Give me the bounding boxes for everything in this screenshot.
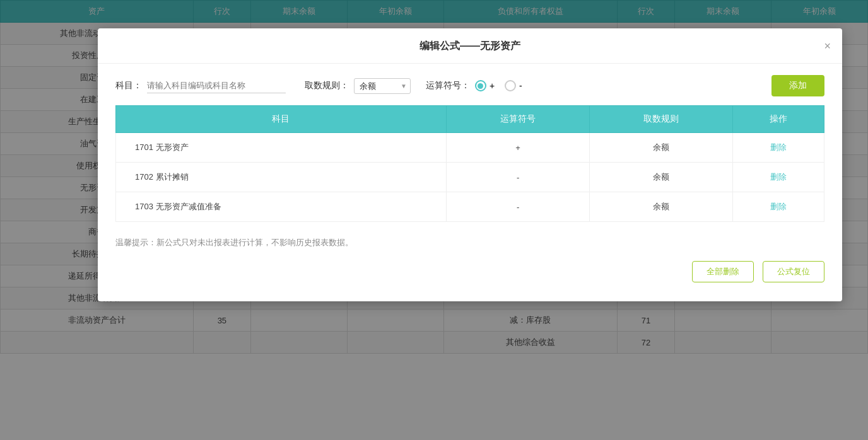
reset-formula-button[interactable]: 公式复位 bbox=[763, 261, 824, 282]
cell-operator: - bbox=[446, 192, 589, 222]
radio-group: + - bbox=[475, 80, 522, 91]
add-button[interactable]: 添加 bbox=[771, 75, 824, 96]
operator-group: 运算符号： + - bbox=[426, 80, 522, 91]
warning-text: 温馨提示：新公式只对未出报表进行计算，不影响历史报表数据。 bbox=[98, 222, 842, 255]
formula-table: 科目 运算符号 取数规则 操作 1701 无形资产+余额删除1702 累计摊销-… bbox=[115, 105, 824, 222]
cell-rule: 余额 bbox=[590, 192, 733, 222]
cell-rule: 余额 bbox=[590, 133, 733, 163]
modal-header: 编辑公式——无形资产 × bbox=[98, 28, 842, 64]
modal-title: 编辑公式——无形资产 bbox=[419, 40, 520, 53]
operator-label: 运算符号： bbox=[426, 80, 470, 91]
radio-plus-circle bbox=[475, 80, 486, 91]
delete-link[interactable]: 删除 bbox=[770, 172, 787, 182]
cell-operator: - bbox=[446, 163, 589, 192]
cell-action: 删除 bbox=[733, 192, 824, 222]
table-row: 1703 无形资产减值准备-余额删除 bbox=[116, 192, 824, 222]
cell-action: 删除 bbox=[733, 163, 824, 192]
cell-subject: 1703 无形资产减值准备 bbox=[116, 192, 447, 222]
th-operator: 运算符号 bbox=[446, 106, 589, 133]
th-subject: 科目 bbox=[116, 106, 447, 133]
cell-subject: 1701 无形资产 bbox=[116, 133, 447, 163]
cell-rule: 余额 bbox=[590, 163, 733, 192]
form-row: 科目： 取数规则： 余额 借方 贷方 借方发生额 贷方发生额 ▼ 运算符号： bbox=[98, 64, 842, 105]
modal-footer: 全部删除 公式复位 bbox=[98, 255, 842, 282]
edit-formula-modal: 编辑公式——无形资产 × 科目： 取数规则： 余额 借方 贷方 借方发生额 贷方… bbox=[98, 28, 842, 301]
delete-link[interactable]: 删除 bbox=[770, 142, 787, 152]
th-rule: 取数规则 bbox=[590, 106, 733, 133]
radio-minus-label: - bbox=[519, 81, 522, 91]
th-action: 操作 bbox=[733, 106, 824, 133]
table-row: 1702 累计摊销-余额删除 bbox=[116, 163, 824, 192]
rule-select[interactable]: 余额 借方 贷方 借方发生额 贷方发生额 bbox=[354, 78, 411, 94]
rule-select-wrap: 余额 借方 贷方 借方发生额 贷方发生额 ▼ bbox=[354, 78, 407, 94]
subject-input[interactable] bbox=[147, 78, 286, 93]
table-row: 1701 无形资产+余额删除 bbox=[116, 133, 824, 163]
radio-plus[interactable]: + bbox=[475, 80, 495, 91]
cell-action: 删除 bbox=[733, 133, 824, 163]
data-table-wrap: 科目 运算符号 取数规则 操作 1701 无形资产+余额删除1702 累计摊销-… bbox=[115, 105, 824, 222]
radio-minus-circle bbox=[505, 80, 516, 91]
delete-all-button[interactable]: 全部删除 bbox=[692, 261, 754, 282]
modal-close-button[interactable]: × bbox=[824, 40, 831, 52]
radio-plus-label: + bbox=[490, 81, 495, 91]
delete-link[interactable]: 删除 bbox=[770, 202, 787, 211]
radio-minus[interactable]: - bbox=[505, 80, 522, 91]
subject-label: 科目： bbox=[115, 80, 142, 91]
rule-group: 取数规则： 余额 借方 贷方 借方发生额 贷方发生额 ▼ bbox=[305, 78, 407, 94]
table-header-row: 科目 运算符号 取数规则 操作 bbox=[116, 106, 824, 133]
subject-group: 科目： bbox=[115, 78, 286, 93]
cell-subject: 1702 累计摊销 bbox=[116, 163, 447, 192]
cell-operator: + bbox=[446, 133, 589, 163]
rule-label: 取数规则： bbox=[305, 80, 349, 91]
